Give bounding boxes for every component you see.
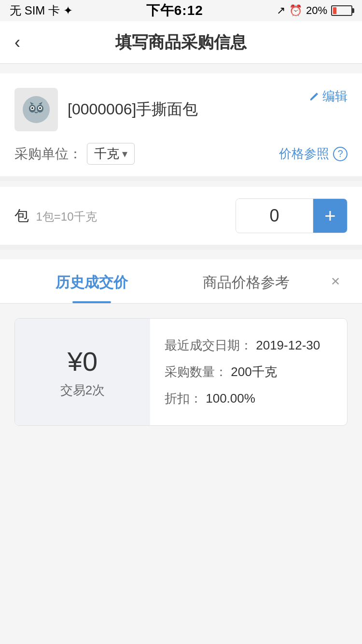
price-amount: ¥0 <box>68 346 97 377</box>
svg-point-6 <box>39 107 41 109</box>
unit-section: 采购单位： 千克 ▾ <box>14 143 135 165</box>
product-header: [0000006]手撕面包 编辑 <box>14 88 348 131</box>
qty-unit-label: 包 <box>14 208 29 224</box>
quantity-input[interactable] <box>236 199 313 233</box>
qty-conversion-label: 1包=10千克 <box>36 210 97 223</box>
section-divider-2 <box>0 245 362 250</box>
sim-text: 无 SIM 卡 ✦ <box>10 3 73 18</box>
status-time: 下午6:12 <box>146 1 203 20</box>
tab-content-history: ¥0 交易2次 最近成交日期： 2019-12-30 采购数量： 200千克 折… <box>0 304 362 545</box>
page-title: 填写商品采购信息 <box>115 31 247 54</box>
product-image <box>14 88 58 131</box>
edit-icon <box>309 91 320 102</box>
unit-select[interactable]: 千克 ▾ <box>87 143 135 165</box>
discount-row: 折扣： 100.00% <box>165 389 333 408</box>
price-times: 交易2次 <box>60 382 105 399</box>
tabs-row: 历史成交价 商品价格参考 × <box>0 259 362 303</box>
svg-point-0 <box>23 96 50 123</box>
quantity-control: + <box>236 198 348 233</box>
nav-bar: ‹ 填写商品采购信息 <box>0 21 362 64</box>
tab-history-price[interactable]: 历史成交价 <box>14 259 169 303</box>
status-left: 无 SIM 卡 ✦ <box>10 3 73 18</box>
section-divider <box>0 176 362 181</box>
product-left: [0000006]手撕面包 <box>14 88 198 131</box>
product-unit-row: 采购单位： 千克 ▾ 价格参照 ? <box>14 143 348 165</box>
discount-value: 100.00% <box>206 391 255 406</box>
help-icon: ? <box>333 147 348 161</box>
battery-fill <box>333 7 336 14</box>
alarm-icon: ⏰ <box>289 4 302 17</box>
battery-indicator <box>331 5 352 16</box>
svg-point-5 <box>31 107 33 109</box>
product-logo <box>22 95 51 124</box>
battery-text: 20% <box>306 4 327 17</box>
tab-product-price-reference[interactable]: 商品价格参考 <box>169 259 323 303</box>
price-left-panel: ¥0 交易2次 <box>15 319 150 425</box>
quantity-row-detail: 采购数量： 200千克 <box>165 363 333 381</box>
tab-close-button[interactable]: × <box>323 269 348 294</box>
quantity-row: 包 1包=10千克 + <box>0 187 362 245</box>
status-bar: 无 SIM 卡 ✦ 下午6:12 ↗ ⏰ 20% <box>0 0 362 21</box>
dropdown-arrow-icon: ▾ <box>122 148 127 160</box>
product-name: [0000006]手撕面包 <box>68 99 198 120</box>
price-right-panel: 最近成交日期： 2019-12-30 采购数量： 200千克 折扣： 100.0… <box>150 319 347 425</box>
edit-button[interactable]: 编辑 <box>309 88 348 105</box>
recent-date-value: 2019-12-30 <box>256 338 320 352</box>
quantity-plus-button[interactable]: + <box>313 199 347 233</box>
quantity-value: 200千克 <box>231 364 277 379</box>
back-button[interactable]: ‹ <box>14 32 20 53</box>
product-card: [0000006]手撕面包 编辑 采购单位： 千克 ▾ 价格参照 ? <box>0 73 362 176</box>
price-card: ¥0 交易2次 最近成交日期： 2019-12-30 采购数量： 200千克 折… <box>14 318 348 426</box>
status-right: ↗ ⏰ 20% <box>277 4 352 17</box>
recent-date-row: 最近成交日期： 2019-12-30 <box>165 336 333 355</box>
price-reference-button[interactable]: 价格参照 ? <box>279 145 348 162</box>
unit-label: 采购单位： <box>14 145 82 163</box>
qty-label-group: 包 1包=10千克 <box>14 206 97 226</box>
location-icon: ↗ <box>277 4 285 17</box>
tabs-container: 历史成交价 商品价格参考 × <box>0 259 362 304</box>
